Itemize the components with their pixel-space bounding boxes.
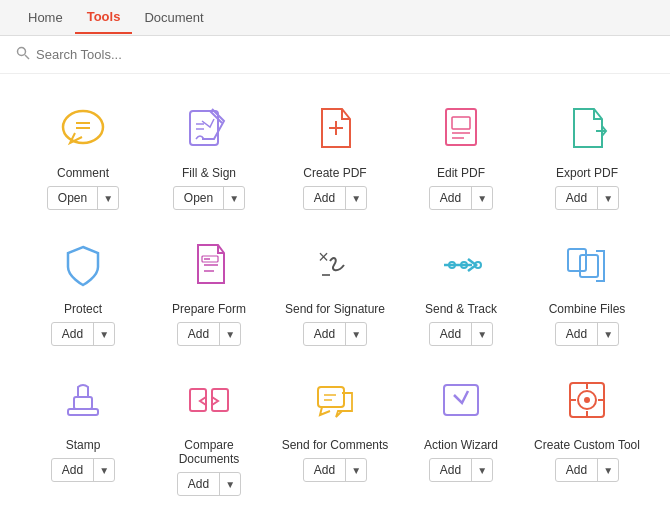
tool-btn-main-action-wizard[interactable]: Add xyxy=(430,459,471,481)
tool-btn-group-comment: Open ▼ xyxy=(47,186,119,210)
nav-document[interactable]: Document xyxy=(132,2,215,33)
tool-btn-group-send-track: Add ▼ xyxy=(429,322,493,346)
comment-icon xyxy=(53,98,113,158)
svg-point-0 xyxy=(18,48,26,56)
send-signature-icon: × xyxy=(305,234,365,294)
tool-label-compare: Compare Documents xyxy=(154,438,264,466)
svg-line-1 xyxy=(25,55,29,59)
tool-item-action-wizard: Action Wizard Add ▼ xyxy=(398,356,524,506)
tool-label-prepare-form: Prepare Form xyxy=(172,302,246,316)
tool-btn-group-protect: Add ▼ xyxy=(51,322,115,346)
svg-rect-24 xyxy=(568,249,586,271)
tool-label-create-custom: Create Custom Tool xyxy=(534,438,640,452)
tool-btn-group-export-pdf: Add ▼ xyxy=(555,186,619,210)
nav-tools[interactable]: Tools xyxy=(75,1,133,34)
tool-btn-arrow-edit-pdf[interactable]: ▼ xyxy=(471,187,492,209)
tool-label-edit-pdf: Edit PDF xyxy=(437,166,485,180)
tool-btn-main-comment[interactable]: Open xyxy=(48,187,97,209)
top-nav: Home Tools Document xyxy=(0,0,670,36)
tool-item-send-signature: × Send for Signature Add ▼ xyxy=(272,220,398,356)
tool-btn-main-fill-sign[interactable]: Open xyxy=(174,187,223,209)
tool-label-fill-sign: Fill & Sign xyxy=(182,166,236,180)
tools-grid: Comment Open ▼ Fill & Sign Open ▼ xyxy=(0,74,670,516)
tool-item-compare: Compare Documents Add ▼ xyxy=(146,356,272,506)
tool-btn-main-send-track[interactable]: Add xyxy=(430,323,471,345)
tool-item-send-comments: Send for Comments Add ▼ xyxy=(272,356,398,506)
svg-rect-30 xyxy=(318,387,344,407)
tool-btn-main-export-pdf[interactable]: Add xyxy=(556,187,597,209)
compare-icon xyxy=(179,370,239,430)
svg-rect-25 xyxy=(580,255,598,277)
tool-label-protect: Protect xyxy=(64,302,102,316)
tool-item-combine: Combine Files Add ▼ xyxy=(524,220,650,356)
tool-btn-main-create-custom[interactable]: Add xyxy=(556,459,597,481)
tool-item-create-pdf: Create PDF Add ▼ xyxy=(272,84,398,220)
tool-item-send-track: Send & Track Add ▼ xyxy=(398,220,524,356)
tool-btn-arrow-create-custom[interactable]: ▼ xyxy=(597,459,618,481)
tool-btn-group-create-custom: Add ▼ xyxy=(555,458,619,482)
tool-btn-group-send-signature: Add ▼ xyxy=(303,322,367,346)
prepare-form-icon xyxy=(179,234,239,294)
tool-btn-arrow-fill-sign[interactable]: ▼ xyxy=(223,187,244,209)
search-input[interactable] xyxy=(36,47,236,62)
tool-item-create-custom: Create Custom Tool Add ▼ xyxy=(524,356,650,506)
tool-btn-group-stamp: Add ▼ xyxy=(51,458,115,482)
tool-label-send-track: Send & Track xyxy=(425,302,497,316)
svg-rect-27 xyxy=(74,397,92,409)
create-custom-icon xyxy=(557,370,617,430)
export-pdf-icon xyxy=(557,98,617,158)
tool-btn-arrow-send-comments[interactable]: ▼ xyxy=(345,459,366,481)
search-icon xyxy=(16,46,30,63)
protect-icon xyxy=(53,234,113,294)
tool-btn-group-prepare-form: Add ▼ xyxy=(177,322,241,346)
tool-btn-main-create-pdf[interactable]: Add xyxy=(304,187,345,209)
tool-btn-main-prepare-form[interactable]: Add xyxy=(178,323,219,345)
fill-sign-icon xyxy=(179,98,239,158)
tool-item-edit-pdf: Edit PDF Add ▼ xyxy=(398,84,524,220)
tool-label-comment: Comment xyxy=(57,166,109,180)
tool-btn-arrow-prepare-form[interactable]: ▼ xyxy=(219,323,240,345)
tool-label-action-wizard: Action Wizard xyxy=(424,438,498,452)
tool-btn-arrow-protect[interactable]: ▼ xyxy=(93,323,114,345)
tool-btn-group-create-pdf: Add ▼ xyxy=(303,186,367,210)
tool-btn-arrow-send-track[interactable]: ▼ xyxy=(471,323,492,345)
svg-rect-33 xyxy=(444,385,478,415)
tool-btn-group-action-wizard: Add ▼ xyxy=(429,458,493,482)
tool-label-send-comments: Send for Comments xyxy=(282,438,389,452)
tool-btn-group-compare: Add ▼ xyxy=(177,472,241,496)
search-bar xyxy=(0,36,670,74)
tool-btn-arrow-compare[interactable]: ▼ xyxy=(219,473,240,495)
tool-label-send-signature: Send for Signature xyxy=(285,302,385,316)
svg-text:×: × xyxy=(318,247,329,267)
svg-rect-29 xyxy=(212,389,228,411)
tool-item-prepare-form: Prepare Form Add ▼ xyxy=(146,220,272,356)
tool-btn-arrow-export-pdf[interactable]: ▼ xyxy=(597,187,618,209)
tool-btn-arrow-comment[interactable]: ▼ xyxy=(97,187,118,209)
tool-btn-arrow-create-pdf[interactable]: ▼ xyxy=(345,187,366,209)
tool-btn-main-stamp[interactable]: Add xyxy=(52,459,93,481)
send-track-icon xyxy=(431,234,491,294)
action-wizard-icon xyxy=(431,370,491,430)
tool-btn-main-edit-pdf[interactable]: Add xyxy=(430,187,471,209)
tool-btn-arrow-combine[interactable]: ▼ xyxy=(597,323,618,345)
svg-point-40 xyxy=(584,397,590,403)
tool-btn-group-send-comments: Add ▼ xyxy=(303,458,367,482)
tool-item-comment: Comment Open ▼ xyxy=(20,84,146,220)
tool-btn-main-combine[interactable]: Add xyxy=(556,323,597,345)
tool-btn-main-send-comments[interactable]: Add xyxy=(304,459,345,481)
send-comments-icon xyxy=(305,370,365,430)
svg-rect-10 xyxy=(446,109,476,145)
create-pdf-icon xyxy=(305,98,365,158)
tool-btn-arrow-action-wizard[interactable]: ▼ xyxy=(471,459,492,481)
tool-btn-main-protect[interactable]: Add xyxy=(52,323,93,345)
tool-btn-main-send-signature[interactable]: Add xyxy=(304,323,345,345)
tool-btn-main-compare[interactable]: Add xyxy=(178,473,219,495)
nav-home[interactable]: Home xyxy=(16,2,75,33)
tool-btn-arrow-send-signature[interactable]: ▼ xyxy=(345,323,366,345)
tool-label-export-pdf: Export PDF xyxy=(556,166,618,180)
tool-label-create-pdf: Create PDF xyxy=(303,166,366,180)
tool-btn-arrow-stamp[interactable]: ▼ xyxy=(93,459,114,481)
tool-item-protect: Protect Add ▼ xyxy=(20,220,146,356)
tool-item-export-pdf: Export PDF Add ▼ xyxy=(524,84,650,220)
tool-btn-group-fill-sign: Open ▼ xyxy=(173,186,245,210)
